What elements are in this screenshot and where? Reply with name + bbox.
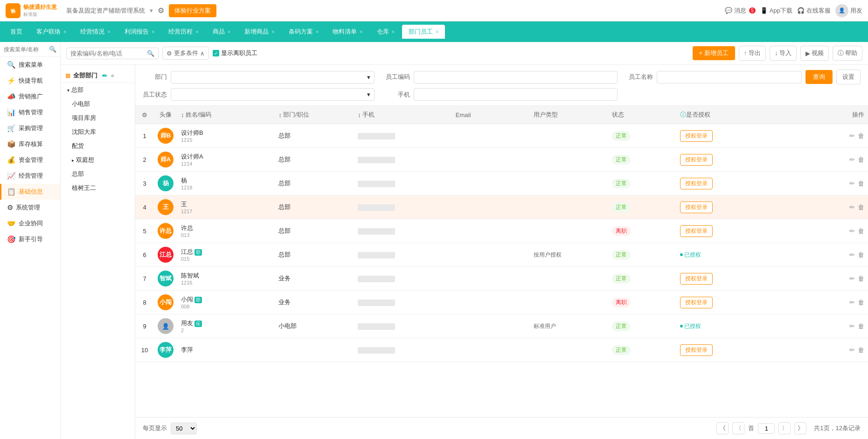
page-size-select[interactable]: 50 100: [171, 423, 197, 434]
dropdown-arrow[interactable]: ▾: [150, 7, 153, 14]
gear-icon[interactable]: ⚙: [158, 6, 164, 15]
delete-icon[interactable]: 🗑: [858, 180, 864, 187]
auth-button[interactable]: 授权登录: [680, 154, 713, 166]
delete-icon[interactable]: 🗑: [858, 275, 864, 282]
delete-icon[interactable]: 🗑: [858, 132, 864, 139]
delete-icon[interactable]: 🗑: [858, 299, 864, 306]
sidebar-item-采购管理[interactable]: 🛒采购管理: [0, 120, 60, 136]
edit-icon[interactable]: ✏: [849, 275, 855, 282]
auth-button[interactable]: 授权登录: [680, 273, 713, 285]
sidebar-item-系统管理[interactable]: ⚙系统管理: [0, 200, 60, 216]
auth-button[interactable]: 授权登录: [680, 225, 713, 237]
auth-button[interactable]: 授权登录: [680, 297, 713, 308]
dept-select[interactable]: ▾: [171, 71, 375, 84]
emp-code-input[interactable]: [414, 71, 618, 84]
nav-tab-首页[interactable]: 首页: [4, 25, 29, 39]
first-page-button[interactable]: 《: [716, 422, 729, 434]
edit-icon[interactable]: ✏: [849, 322, 855, 330]
auth-button[interactable]: 授权登录: [680, 178, 713, 189]
close-tab-icon[interactable]: ×: [228, 29, 230, 35]
all-dept-item[interactable]: ⊞ 全部部门 ✏ «: [61, 69, 135, 83]
close-tab-icon[interactable]: ×: [360, 29, 362, 35]
nav-tab-部门员工[interactable]: 部门员工×: [402, 25, 445, 39]
import-button[interactable]: ↓ 导入: [770, 46, 797, 61]
sidebar-item-新手引导[interactable]: 🎯新手引导: [0, 231, 60, 247]
page-input[interactable]: [758, 423, 775, 434]
nav-tab-客户联络[interactable]: 客户联络×: [30, 25, 73, 39]
nav-tab-新增商品[interactable]: 新增商品×: [238, 25, 281, 39]
add-employee-button[interactable]: + 新增员工: [693, 46, 735, 60]
edit-icon[interactable]: ✏: [849, 203, 855, 211]
sidebar-item-基础信息[interactable]: 📋基础信息: [0, 184, 60, 200]
nav-tab-经营历程[interactable]: 经营历程×: [162, 25, 205, 39]
edit-dept-icon[interactable]: ✏: [102, 72, 107, 79]
sidebar-item-搜索菜单[interactable]: 🔍搜索菜单: [0, 57, 60, 73]
service-action[interactable]: 🎧 在线客服: [797, 7, 831, 15]
auth-button[interactable]: 授权登录: [680, 202, 713, 213]
nav-tab-经营情况[interactable]: 经营情况×: [74, 25, 117, 39]
nav-tab-物料清单[interactable]: 物料清单×: [326, 25, 369, 39]
nav-tab-仓库[interactable]: 仓库×: [370, 25, 401, 39]
search-input[interactable]: [4, 46, 47, 53]
auth-button[interactable]: 授权登录: [680, 344, 713, 356]
sidebar-item-库存核算[interactable]: 📦库存核算: [0, 136, 60, 152]
delete-icon[interactable]: 🗑: [858, 227, 864, 235]
next-page-button[interactable]: 〉: [778, 422, 791, 434]
close-tab-icon[interactable]: ×: [436, 29, 438, 35]
close-tab-icon[interactable]: ×: [392, 29, 395, 35]
dept-item-双庭想[interactable]: ▸双庭想: [61, 153, 135, 167]
edit-icon[interactable]: ✏: [849, 299, 855, 306]
view-button[interactable]: ▶ 视频: [800, 46, 829, 61]
close-tab-icon[interactable]: ×: [271, 29, 274, 35]
export-button[interactable]: ↑ 导出: [739, 46, 766, 61]
show-resigned-toggle[interactable]: ✓ 显示离职员工: [213, 49, 257, 57]
delete-icon[interactable]: 🗑: [858, 156, 864, 163]
app-download-action[interactable]: 📱 App下载: [760, 7, 792, 15]
user-area[interactable]: 👤 用友: [835, 4, 862, 17]
sidebar-item-企业协同[interactable]: 🤝企业协同: [0, 216, 60, 231]
delete-icon[interactable]: 🗑: [858, 322, 864, 330]
close-tab-icon[interactable]: ×: [63, 29, 66, 35]
sidebar-item-经营管理[interactable]: 📈经营管理: [0, 168, 60, 184]
edit-icon[interactable]: ✏: [849, 132, 855, 139]
edit-icon[interactable]: ✏: [849, 180, 855, 187]
search-employee-input[interactable]: [70, 50, 145, 57]
phone-input[interactable]: [414, 88, 618, 101]
close-tab-icon[interactable]: ×: [195, 29, 198, 35]
close-tab-icon[interactable]: ×: [152, 29, 154, 35]
delete-icon[interactable]: 🗑: [858, 203, 864, 211]
emp-name-input[interactable]: [657, 71, 802, 84]
experience-button[interactable]: 体验行业方案: [169, 4, 216, 17]
dept-item-项目库房[interactable]: 项目库房: [61, 111, 135, 125]
sidebar-item-营销推广[interactable]: 📣营销推广: [0, 89, 60, 105]
dept-item-总部[interactable]: ▾总部: [61, 83, 135, 97]
edit-icon[interactable]: ✏: [849, 251, 855, 258]
dept-item-沈阳大库[interactable]: 沈阳大库: [61, 125, 135, 139]
close-tab-icon[interactable]: ×: [107, 29, 110, 35]
dept-item-配货[interactable]: 配货: [61, 139, 135, 153]
delete-icon[interactable]: 🗑: [858, 346, 864, 354]
th-phone[interactable]: ↕手机: [354, 106, 451, 124]
sidebar-item-快捷导航[interactable]: ⚡快捷导航: [0, 73, 60, 89]
edit-icon[interactable]: ✏: [849, 227, 855, 235]
set-button[interactable]: 设置: [836, 70, 861, 84]
dept-item-植树王二[interactable]: 植树王二: [61, 181, 135, 195]
edit-icon[interactable]: ✏: [849, 346, 855, 354]
auth-button[interactable]: 授权登录: [680, 130, 713, 142]
close-tab-icon[interactable]: ×: [316, 29, 319, 35]
dept-item-小电部[interactable]: 小电部: [61, 97, 135, 111]
th-dept[interactable]: ↕部门/职位: [275, 106, 354, 124]
dept-item-总部[interactable]: 总部: [61, 167, 135, 181]
nav-tab-商品[interactable]: 商品×: [206, 25, 237, 39]
last-page-button[interactable]: 》: [794, 422, 806, 434]
help-button[interactable]: ⓘ 帮助: [833, 46, 862, 61]
sidebar-item-资金管理[interactable]: 💰资金管理: [0, 152, 60, 168]
th-name[interactable]: ↕姓名/编码: [177, 106, 275, 124]
delete-icon[interactable]: 🗑: [858, 251, 864, 258]
message-action[interactable]: 💬 消息 5: [725, 7, 756, 15]
emp-status-select[interactable]: ▾: [171, 88, 375, 101]
collapse-dept-icon[interactable]: «: [111, 72, 114, 79]
prev-page-button[interactable]: 〈: [732, 422, 744, 434]
nav-tab-利润报告[interactable]: 利润报告×: [118, 25, 161, 39]
search-button[interactable]: 查询: [806, 70, 833, 84]
